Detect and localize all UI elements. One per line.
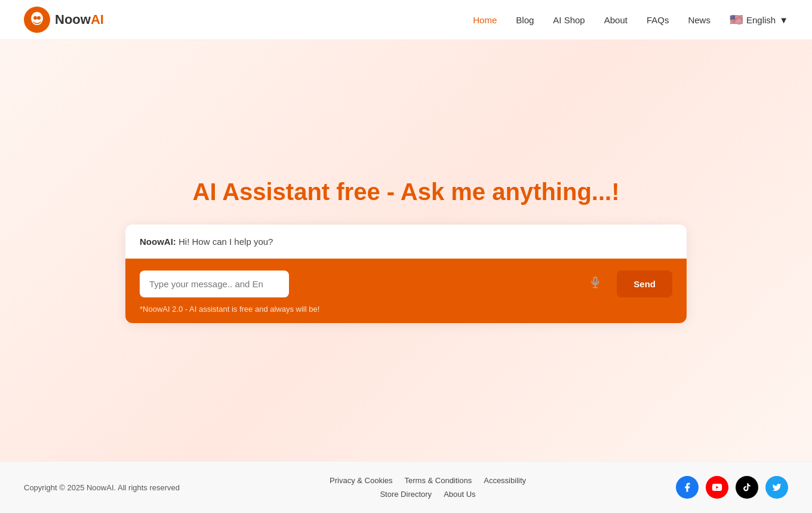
chat-greeting: Hi! How can I help you? bbox=[179, 236, 273, 247]
input-row: Send bbox=[140, 271, 672, 297]
twitter-icon[interactable] bbox=[765, 476, 788, 499]
disclaimer-text: *NoowAI 2.0 - AI assistant is free and a… bbox=[140, 305, 672, 314]
site-footer: Copyright © 2025 NoowAI. All rights rese… bbox=[0, 461, 812, 513]
footer-links-row2: Store Directory About Us bbox=[380, 490, 475, 499]
svg-point-2 bbox=[33, 16, 37, 20]
footer-store-directory[interactable]: Store Directory bbox=[380, 490, 432, 499]
input-wrapper bbox=[140, 271, 610, 297]
nav-ai-shop[interactable]: AI Shop bbox=[553, 15, 585, 25]
social-icons bbox=[676, 476, 788, 499]
nav-blog[interactable]: Blog bbox=[516, 15, 534, 25]
nav-about[interactable]: About bbox=[604, 15, 628, 25]
logo-text: NoowAI bbox=[55, 12, 104, 27]
footer-links: Privacy & Cookies Terms & Conditions Acc… bbox=[330, 476, 526, 499]
nav-home[interactable]: Home bbox=[473, 15, 497, 25]
facebook-icon[interactable] bbox=[676, 476, 699, 499]
language-selector[interactable]: 🇺🇸 English ▼ bbox=[730, 13, 788, 26]
chat-message-area: NoowAI: Hi! How can I help you? bbox=[125, 225, 687, 259]
send-button[interactable]: Send bbox=[617, 271, 672, 297]
footer-links-row1: Privacy & Cookies Terms & Conditions Acc… bbox=[330, 476, 526, 485]
footer-inner: Copyright © 2025 NoowAI. All rights rese… bbox=[24, 476, 788, 499]
copyright-text: Copyright © 2025 NoowAI. All rights rese… bbox=[24, 483, 180, 492]
svg-rect-4 bbox=[594, 277, 597, 283]
chat-input-area: Send *NoowAI 2.0 - AI assistant is free … bbox=[125, 259, 687, 323]
main-content: AI Assistant free - Ask me anything...! … bbox=[0, 40, 812, 461]
svg-point-1 bbox=[31, 12, 43, 25]
nav-faqs[interactable]: FAQs bbox=[647, 15, 669, 25]
footer-about-us[interactable]: About Us bbox=[444, 490, 475, 499]
lang-label: English bbox=[746, 15, 776, 25]
footer-terms[interactable]: Terms & Conditions bbox=[405, 476, 472, 485]
chat-sender-label: NoowAI: bbox=[140, 236, 176, 247]
nav-news[interactable]: News bbox=[688, 15, 710, 25]
chat-container: NoowAI: Hi! How can I help you? bbox=[125, 225, 687, 323]
message-input[interactable] bbox=[140, 271, 289, 297]
main-nav: Home Blog AI Shop About FAQs News 🇺🇸 Eng… bbox=[473, 13, 788, 26]
footer-accessibility[interactable]: Accessibility bbox=[484, 476, 526, 485]
tiktok-icon[interactable] bbox=[736, 476, 758, 499]
flag-icon: 🇺🇸 bbox=[730, 13, 743, 26]
footer-privacy[interactable]: Privacy & Cookies bbox=[330, 476, 392, 485]
microphone-icon[interactable] bbox=[589, 277, 601, 291]
site-header: NoowAI Home Blog AI Shop About FAQs News… bbox=[0, 0, 812, 40]
hero-title: AI Assistant free - Ask me anything...! bbox=[193, 179, 620, 205]
logo[interactable]: NoowAI bbox=[24, 7, 104, 33]
youtube-icon[interactable] bbox=[706, 476, 728, 499]
svg-point-3 bbox=[37, 16, 41, 20]
chevron-down-icon: ▼ bbox=[779, 15, 788, 25]
